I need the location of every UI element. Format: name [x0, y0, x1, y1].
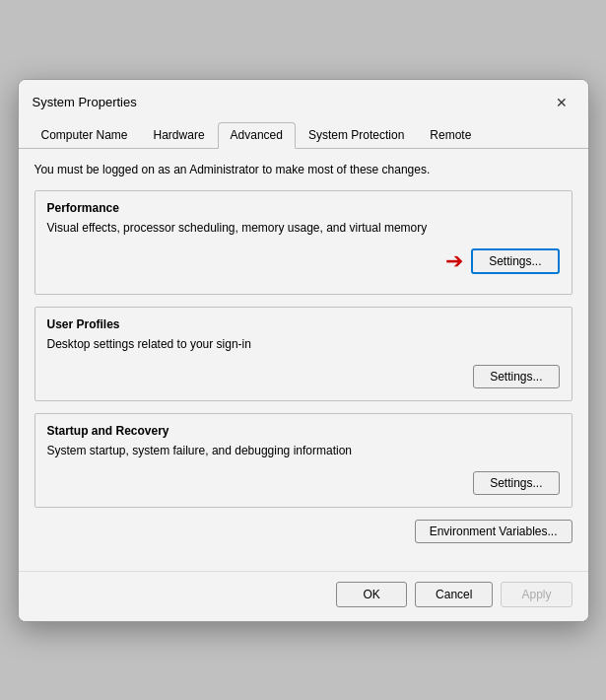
admin-notice: You must be logged on as an Administrato… — [34, 163, 572, 176]
red-arrow-icon: ➔ — [445, 248, 463, 274]
main-content: You must be logged on as an Administrato… — [19, 149, 588, 571]
apply-button[interactable]: Apply — [501, 582, 572, 607]
close-button[interactable]: ✕ — [549, 90, 574, 115]
tab-system-protection[interactable]: System Protection — [296, 122, 417, 149]
environment-variables-button[interactable]: Environment Variables... — [415, 520, 572, 543]
user-profiles-settings-button[interactable]: Settings... — [473, 365, 559, 388]
user-profiles-title: User Profiles — [47, 317, 560, 331]
arrow-row: ➔ Settings... — [47, 248, 560, 274]
startup-recovery-desc: System startup, system failure, and debu… — [47, 444, 560, 457]
startup-recovery-btn-row: Settings... — [47, 471, 560, 495]
user-profiles-desc: Desktop settings related to your sign-in — [47, 337, 560, 351]
title-bar: System Properties ✕ — [19, 80, 588, 115]
tab-hardware[interactable]: Hardware — [141, 122, 218, 149]
startup-recovery-title: Startup and Recovery — [47, 424, 560, 438]
tabs-container: Computer Name Hardware Advanced System P… — [19, 115, 588, 149]
user-profiles-section: User Profiles Desktop settings related t… — [34, 307, 572, 401]
startup-recovery-section: Startup and Recovery System startup, sys… — [34, 413, 572, 508]
ok-button[interactable]: OK — [336, 582, 407, 607]
env-variables-row: Environment Variables... — [34, 520, 572, 543]
bottom-buttons: OK Cancel Apply — [19, 571, 588, 621]
performance-title: Performance — [47, 201, 560, 215]
system-properties-window: System Properties ✕ Computer Name Hardwa… — [18, 79, 589, 622]
performance-btn-row: Settings... — [471, 248, 559, 274]
performance-section: Performance Visual effects, processor sc… — [34, 190, 572, 295]
performance-settings-button[interactable]: Settings... — [471, 248, 559, 274]
tab-computer-name[interactable]: Computer Name — [29, 122, 141, 149]
window-title: System Properties — [33, 95, 137, 109]
startup-recovery-settings-button[interactable]: Settings... — [473, 471, 559, 495]
performance-desc: Visual effects, processor scheduling, me… — [47, 221, 560, 235]
cancel-button[interactable]: Cancel — [415, 582, 493, 607]
tab-advanced[interactable]: Advanced — [218, 122, 296, 149]
user-profiles-btn-row: Settings... — [47, 365, 560, 388]
tab-remote[interactable]: Remote — [417, 122, 484, 149]
